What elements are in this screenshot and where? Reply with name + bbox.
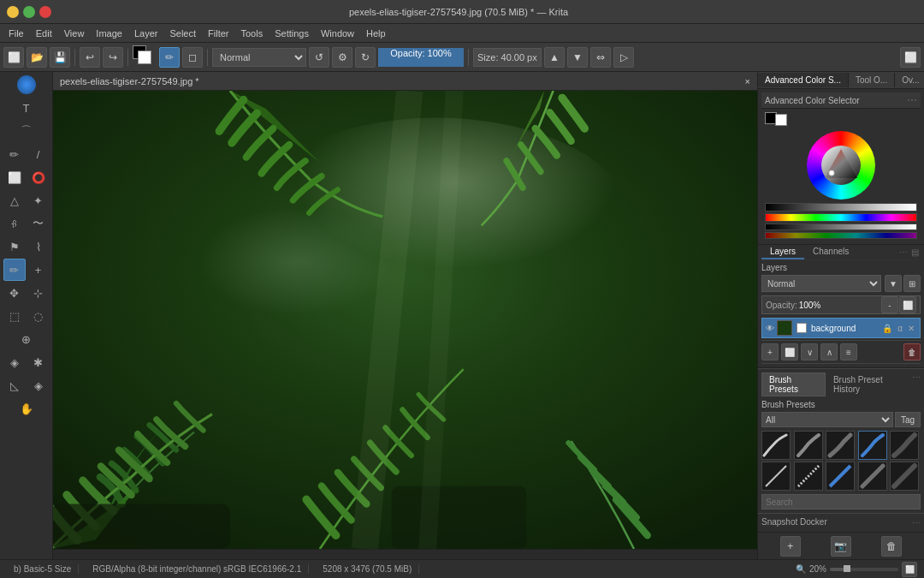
fit-canvas-btn[interactable]: ⬜ [902,562,917,577]
horizontal-scrollbar[interactable] [53,549,757,559]
opacity-value[interactable]: 100% [799,301,880,310]
menu-tools[interactable]: Tools [236,27,269,40]
move-up-btn[interactable]: ∧ [820,343,838,361]
opacity-down-btn[interactable]: - [881,296,898,313]
delete-snapshot-btn[interactable]: 🗑 [881,536,902,557]
polygonal-select-tool[interactable]: ◺ [3,374,26,396]
layer-delete-btn[interactable]: ✕ [906,324,916,333]
close-button[interactable] [39,6,51,18]
menu-file[interactable]: File [3,27,29,40]
menu-view[interactable]: View [59,27,90,40]
transform-tool[interactable]: T [15,97,38,119]
size-up-button[interactable]: ▲ [544,47,565,68]
blend-mode-select[interactable]: Normal [212,48,306,67]
hue-ramp[interactable] [765,232,917,239]
menu-image[interactable]: Image [91,27,127,40]
layer-settings-btn[interactable]: ⊞ [903,275,921,292]
magnetic-select-tool[interactable]: ◈ [27,374,50,396]
layer-alpha-btn[interactable]: α [896,324,904,333]
color-picker-tool[interactable]: ⊕ [15,328,38,350]
refresh-button[interactable]: ↻ [355,47,376,68]
pan-tool[interactable]: ✋ [15,397,38,420]
opacity-expand-btn[interactable]: ⬜ [899,296,916,313]
rectangular-select-tool[interactable]: ⬚ [3,305,26,327]
calligraphy-tool[interactable]: / [27,143,50,165]
open-button[interactable]: 📂 [27,47,47,68]
rotate-button[interactable]: ▷ [613,47,634,68]
zoom-handle[interactable] [844,565,850,572]
group-layer-btn[interactable]: ⬜ [781,343,798,361]
elliptical-select-tool[interactable]: ◌ [27,305,50,327]
freehand-select-tool[interactable]: ꟗ [3,212,26,235]
tab-advanced-color[interactable]: Advanced Color S... [758,73,849,87]
undo-button[interactable]: ↩ [80,47,100,68]
brush-tag-btn[interactable]: Tag [895,412,921,427]
clone-stamp-tool[interactable]: ◈ [3,351,26,373]
brush-preset-3[interactable] [826,431,855,460]
brush-preset-5[interactable] [890,431,919,460]
panel-dot-1[interactable]: ⋯ [907,94,917,106]
zoom-slider[interactable] [830,568,898,571]
save-button[interactable]: 💾 [50,47,70,68]
polygon-tool[interactable]: ✦ [27,189,50,212]
background-color[interactable] [138,51,151,64]
brush-panel-dots[interactable]: ⋯ [912,372,921,396]
rect-select-tool[interactable]: ⬜ [3,166,26,188]
redo-button[interactable]: ↪ [103,47,123,68]
maximize-button[interactable] [23,6,35,18]
canvas-tab-close[interactable]: × [745,76,750,86]
brush-preset-9[interactable] [858,462,887,491]
freehand-path-tool[interactable]: ✏ [3,143,26,165]
value-bar[interactable] [765,203,917,212]
similar-select-tool[interactable]: ⌇ [27,235,50,258]
contiguous-select-tool[interactable]: ⌒ [15,120,38,142]
panel-toggle-button[interactable]: ⬜ [900,47,921,68]
layer-visibility-toggle[interactable]: 👁 [766,324,774,333]
brush-preset-7[interactable] [794,462,823,491]
bg-color-small[interactable] [775,114,787,126]
crop-tool[interactable]: ⊹ [27,282,50,304]
eraser-button[interactable]: ◻ [182,47,203,68]
contiguous-fill-tool[interactable]: ⚑ [3,235,26,258]
canvas-wrap[interactable] [53,91,757,549]
opacity-display[interactable]: Opacity: 100% [378,48,464,67]
tab-overview[interactable]: Ov... [895,73,924,87]
ellipse-select-tool[interactable]: ⭕ [27,166,50,188]
tab-brush-presets[interactable]: Brush Presets [761,372,826,396]
size-down-button[interactable]: ▼ [567,47,588,68]
brush-preset-1[interactable] [761,431,791,460]
mirror-button[interactable]: ⇔ [590,47,611,68]
brush-search-input[interactable] [761,494,921,509]
menu-edit[interactable]: Edit [31,27,57,40]
brush-filter-select[interactable]: All [761,412,893,427]
brush-preset-10[interactable] [890,462,919,491]
menu-window[interactable]: Window [316,27,359,40]
menu-settings[interactable]: Settings [270,27,314,40]
add-layer-btn[interactable]: + [761,343,779,361]
minimize-button[interactable] [7,6,19,18]
layers-panel-settings[interactable]: ▤ [909,246,921,259]
brush-preset-8[interactable] [826,462,855,491]
add-snapshot-btn[interactable]: + [780,536,801,557]
color-wheel[interactable] [807,131,875,200]
layer-lock-btn[interactable]: 🔒 [880,324,894,333]
brush-tool-button[interactable]: ✏ [159,47,180,68]
camera-btn[interactable]: 📷 [831,536,851,557]
menu-help[interactable]: Help [361,27,391,40]
tab-tool-options[interactable]: Tool O... [849,73,895,87]
layer-name[interactable]: background [811,324,878,333]
smart-patch-tool[interactable]: ✱ [27,351,50,373]
color-triangle[interactable] [821,146,861,185]
layers-panel-dots[interactable]: ⋯ [897,246,909,259]
brush-preset-2[interactable] [794,431,823,460]
brush-preset-4[interactable] [858,431,887,460]
tab-channels[interactable]: Channels [804,245,857,259]
brush-settings-button[interactable]: ⚙ [332,47,352,68]
hue-bar[interactable] [765,213,917,222]
bezier-select-tool[interactable]: 〜 [27,212,50,235]
gray-ramp[interactable] [765,223,917,230]
line-tool[interactable]: + [27,259,50,281]
layer-filter-btn[interactable]: ▼ [885,275,902,292]
menu-select[interactable]: Select [164,27,201,40]
delete-layer-btn[interactable]: 🗑 [903,343,921,361]
